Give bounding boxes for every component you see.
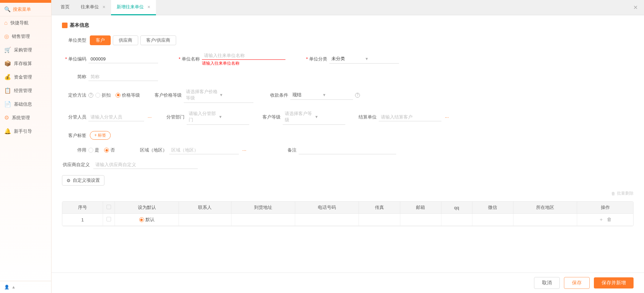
manager-row: 分管人员 ··· 分管部门 请输入分管部门 ▼ 客户等级 请选择客户等级 ▼ 结… <box>62 109 634 125</box>
sidebar-item-system[interactable]: ⚙ 系统管理 <box>0 111 51 124</box>
unit-type-both[interactable]: 客户/供应商 <box>140 35 176 45</box>
tab-home-label: 首页 <box>61 4 70 10</box>
sidebar-item-newbie[interactable]: 🔔 新手引导 <box>0 124 51 138</box>
th-checkbox <box>103 202 115 214</box>
payment-terms-select[interactable]: 现结 ▼ <box>290 90 353 100</box>
row-default-label: 默认 <box>146 217 155 223</box>
tab-bar-close-all[interactable]: ✕ <box>630 3 641 12</box>
tab-partner-list[interactable]: 往来单位 ✕ <box>75 0 111 15</box>
sidebar-item-label: 新手引导 <box>14 128 32 135</box>
customer-tag-row: 客户标签 + 标签 <box>62 131 634 140</box>
radio-yes-label: 是 <box>95 147 99 153</box>
unit-category-item: 单位分类 未分类 ▼ <box>303 54 399 64</box>
department-select[interactable]: 请输入分管部门 ▼ <box>187 109 249 125</box>
short-name-row: 简称 <box>62 73 634 81</box>
th-email: 邮箱 <box>400 202 441 214</box>
sidebar-item-label: 经营管理 <box>14 88 32 94</box>
settlement-more-btn[interactable]: ··· <box>443 114 450 120</box>
system-icon: ⚙ <box>4 114 9 121</box>
sidebar-item-finance[interactable]: 💰 资金管理 <box>0 70 51 84</box>
manager-input[interactable] <box>88 113 144 121</box>
department-placeholder: 请输入分管部门 <box>189 111 217 123</box>
supplier-custom-input[interactable] <box>93 161 198 169</box>
operation-icon: 📋 <box>4 87 11 94</box>
remark-label: 备注 <box>272 147 297 153</box>
disabled-item: 停用 是 否 <box>62 147 115 153</box>
save-button[interactable]: 保存 <box>564 277 590 289</box>
sidebar-item-basic[interactable]: 📄 基础信息 <box>0 97 51 111</box>
row-checkbox-box[interactable] <box>107 217 111 221</box>
settings-gear-icon: ⚙ <box>66 178 71 183</box>
customer-price-level-select[interactable]: 请选择客户价格等级 ▼ <box>184 87 253 103</box>
tab-bar: 首页 往来单位 ✕ 新增往来单位 ✕ ✕ <box>52 0 644 15</box>
batch-delete-area: 🗑 批量删除 <box>62 189 634 198</box>
section-header: 基本信息 <box>62 22 634 29</box>
radio-price-level[interactable]: 价格等级 <box>116 92 140 98</box>
pricing-help-icon[interactable]: ? <box>88 93 93 98</box>
header-checkbox[interactable] <box>107 205 111 209</box>
th-contact: 联系人 <box>179 202 231 214</box>
sidebar-item-operation[interactable]: 📋 经营管理 <box>0 84 51 97</box>
home-icon: ⌂ <box>4 20 8 26</box>
customer-level-select[interactable]: 请选择客户等级 ▼ <box>283 109 345 125</box>
department-item: 分管部门 请输入分管部门 ▼ <box>164 109 249 125</box>
row-add-icon[interactable]: ＋ <box>598 217 605 222</box>
unit-type-row: 单位类型 客户 供应商 客户/供应商 <box>62 35 634 45</box>
tab-home[interactable]: 首页 <box>55 0 75 15</box>
unit-type-group: 客户 供应商 客户/供应商 <box>90 35 176 45</box>
supplier-custom-row: 供应商自定义 <box>62 161 634 169</box>
manager-more-btn[interactable]: ··· <box>146 114 153 120</box>
radio-price-level-label: 价格等级 <box>122 92 140 98</box>
unit-name-input[interactable] <box>202 51 285 60</box>
sidebar-item-quick-nav[interactable]: ⌂ 快捷导航 <box>0 16 51 30</box>
department-label: 分管部门 <box>164 114 184 120</box>
unit-name-error: 请输入往来单位名称 <box>202 60 285 66</box>
sidebar-item-inventory[interactable]: 📦 库存核算 <box>0 57 51 70</box>
cancel-button[interactable]: 取消 <box>534 277 560 289</box>
pricing-radio-group: 折扣 价格等级 <box>95 92 140 98</box>
short-name-label: 简称 <box>62 74 86 80</box>
sidebar: 🔍 搜索菜单 ⌂ 快捷导航 ◎ 销售管理 🛒 采购管理 📦 库存核算 💰 资金管… <box>0 0 52 293</box>
short-name-input[interactable] <box>88 73 158 81</box>
tab-partner-list-close[interactable]: ✕ <box>102 5 105 9</box>
unit-type-customer[interactable]: 客户 <box>90 35 111 45</box>
row-wechat <box>472 214 513 226</box>
unit-code-input[interactable] <box>88 55 158 63</box>
customer-price-level-placeholder: 请选择客户价格等级 <box>186 89 218 101</box>
tab-new-partner-close[interactable]: ✕ <box>147 5 150 9</box>
radio-no[interactable]: 否 <box>104 147 115 153</box>
th-wechat: 微信 <box>472 202 513 214</box>
payment-terms-help-icon[interactable]: ? <box>355 93 360 98</box>
pricing-method-item: 定价方法 ? 折扣 价格等级 <box>62 92 140 98</box>
unit-category-select[interactable]: 未分类 ▼ <box>329 54 399 64</box>
region-input[interactable] <box>169 146 239 154</box>
contacts-table: 序号 设为默认 联系人 到货地址 电话号码 传真 邮箱 qq 微信 所在地区 <box>62 201 634 226</box>
region-more-btn[interactable]: ··· <box>241 147 248 153</box>
remark-input[interactable] <box>299 146 396 154</box>
sidebar-item-sales[interactable]: ◎ 销售管理 <box>0 30 51 43</box>
footer: 取消 保存 保存并新增 <box>52 272 644 293</box>
region-item: 区域（地区） ··· <box>139 146 248 154</box>
sidebar-item-label: 系统管理 <box>12 115 30 121</box>
manager-item: 分管人员 ··· <box>62 113 153 121</box>
add-tag-button[interactable]: + 标签 <box>90 131 111 140</box>
radio-discount[interactable]: 折扣 <box>95 92 111 98</box>
unit-type-supplier[interactable]: 供应商 <box>113 35 138 45</box>
table-header-row: 序号 设为默认 联系人 到货地址 电话号码 传真 邮箱 qq 微信 所在地区 <box>62 202 633 214</box>
payment-terms-label: 收款条件 <box>267 92 288 98</box>
settlement-input[interactable] <box>379 113 441 121</box>
custom-settings-button[interactable]: ⚙ 自定义项设置 <box>62 175 104 186</box>
radio-discount-label: 折扣 <box>102 92 111 98</box>
row-delete-icon[interactable]: 🗑 <box>606 217 613 222</box>
main-area: 首页 往来单位 ✕ 新增往来单位 ✕ ✕ 基本信息 单位类型 客户 供应商 客户… <box>52 0 644 293</box>
save-new-button[interactable]: 保存并新增 <box>594 277 634 288</box>
radio-yes[interactable]: 是 <box>88 147 99 153</box>
sidebar-item-purchase[interactable]: 🛒 采购管理 <box>0 43 51 57</box>
search-menu-button[interactable]: 🔍 搜索菜单 <box>0 3 51 16</box>
user-icon: 👤 <box>4 285 9 290</box>
remark-item: 备注 <box>272 146 396 154</box>
tab-new-partner[interactable]: 新增往来单位 ✕ <box>111 0 156 15</box>
th-seq: 序号 <box>62 202 103 214</box>
batch-delete-label[interactable]: 批量删除 <box>617 190 634 196</box>
row-default-radio[interactable]: 默认 <box>118 217 175 223</box>
